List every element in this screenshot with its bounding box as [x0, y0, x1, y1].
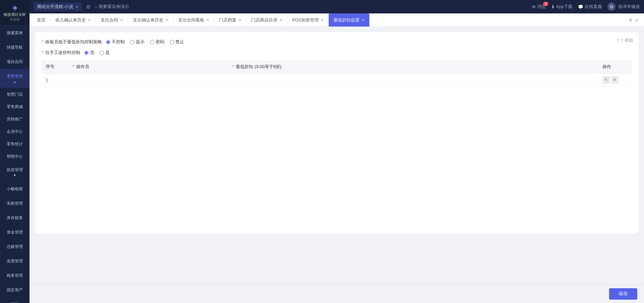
sidebar-item-retail-mall[interactable]: 零售商城 — [0, 100, 30, 113]
tabbar-end: ✕ ⤢ — [626, 17, 641, 23]
col-seq: 序号 — [42, 60, 68, 73]
sidebar-item-project[interactable]: 项目合同 — [0, 54, 30, 69]
tab-store-file[interactable]: 门店档案 ✕ — [214, 13, 247, 27]
tab-store-catalog-close[interactable]: ✕ — [279, 18, 282, 22]
field1-radio-group: 不控制 提示 密码 禁止 — [106, 39, 184, 45]
sidebar-item-member[interactable]: 会员中心 — [0, 125, 30, 138]
field1-option-no-control[interactable]: 不控制 — [106, 39, 125, 45]
topbar-left: 测试分开流程-小况 ▼ ⚙ ○ 我要看实例演示 — [34, 2, 527, 11]
download-icon: ⬇ — [551, 4, 555, 9]
tab-store-catalog[interactable]: 门店商品目录 ✕ — [247, 13, 287, 27]
tab-payment-board-close[interactable]: ✕ — [206, 18, 209, 22]
tab-payment-confirm-close[interactable]: ✕ — [165, 18, 168, 22]
cell-operator-1 — [68, 73, 228, 87]
sidebar-item-search[interactable]: 搜索菜单 — [0, 26, 30, 40]
tabbar: 首页 收入确认单历史 ✕ 支出合同 ✕ 支出确认单历史 ✕ 支出合同看板 ✕ 门… — [30, 13, 644, 27]
online-service-button[interactable]: 💬 在线客服 — [578, 4, 602, 10]
service-icon: 💬 — [578, 4, 583, 9]
field2-option-yes[interactable]: 是 — [100, 50, 110, 56]
help-icon: ? — [616, 38, 619, 43]
form-row-discount-strategy: * 收银员低于最低折扣控制策略 不控制 提示 密码 — [42, 39, 632, 45]
sidebar-item-invoice[interactable]: 发票管理 — [0, 254, 30, 268]
form-row-manual-price: * 仅手工改价时控制 否 是 — [42, 50, 632, 56]
sidebar-item-purchase[interactable]: 采购管理 — [0, 196, 30, 210]
wholesale-expand-icon: ▼ — [13, 173, 16, 177]
row-actions: ✎ ✕ — [602, 76, 628, 84]
field2-radio-group: 否 是 — [84, 50, 110, 56]
table-row: 1 ✎ ✕ — [42, 73, 632, 87]
main-area: 测试分开流程-小况 ▼ ⚙ ○ 我要看实例演示 ✉ 消息 8 ⬇ App下载 � — [30, 0, 644, 303]
sidebar-item-ecommerce[interactable]: 小畅电商 — [0, 182, 30, 196]
sidebar-item-smart-store[interactable]: 智慧门店 — [0, 88, 30, 100]
col-actions: 操作 — [598, 60, 632, 73]
user-menu-button[interactable]: 徐 徐泽华修改 — [607, 3, 640, 11]
sidebar-item-capital[interactable]: 资金管理 — [0, 225, 30, 239]
tab-payment-board[interactable]: 支出合同看板 ✕ — [173, 13, 214, 27]
topbar-settings-button[interactable]: ⚙ — [85, 2, 92, 11]
tab-pos-password-close[interactable]: ✕ — [321, 18, 324, 22]
tab-min-discount[interactable]: 最低折扣设置 ✕ — [329, 13, 370, 27]
tab-payment-contract[interactable]: 支出合同 ✕ — [96, 13, 128, 27]
sidebar-item-fixed-assets[interactable]: 固定资产 — [0, 283, 30, 297]
cell-min-discount-1 — [228, 73, 598, 87]
topbar-settings-icon: ⚙ — [86, 4, 91, 10]
delete-row-button[interactable]: ✕ — [611, 76, 619, 84]
sidebar-item-shortcut[interactable]: 快捷导航 — [0, 40, 30, 54]
save-button[interactable]: 保存 — [609, 288, 637, 300]
content-card: ? ? 帮助 * 收银员低于最低折扣控制策略 不控制 提示 — [35, 32, 639, 234]
discount-table: 序号 * 操作员 * 最低折扣 (9.00等于9折) 操作 — [42, 60, 632, 87]
table-container: 序号 * 操作员 * 最低折扣 (9.00等于9折) 操作 — [42, 60, 632, 87]
app-download-button[interactable]: ⬇ App下载 — [551, 4, 573, 10]
sidebar: ◈ 畅捷通好业财 专业版 搜索菜单 快捷导航 项目合同 零售管理 ▲ 智慧门店 … — [0, 0, 30, 303]
logo-text-line2: 专业版 — [0, 17, 30, 22]
tab-income-confirm-close[interactable]: ✕ — [88, 18, 91, 22]
demo-circle-icon: ○ — [95, 4, 97, 9]
app-logo[interactable]: ◈ 畅捷通好业财 专业版 — [0, 0, 30, 26]
tab-income-confirm[interactable]: 收入确认单历史 ✕ — [51, 13, 96, 27]
logo-text-line1: 畅捷通好业财 — [0, 12, 30, 17]
project-selector[interactable]: 测试分开流程-小况 ▼ — [34, 2, 82, 11]
sidebar-item-marketing[interactable]: 营销推广 — [0, 113, 30, 125]
field2-option-no[interactable]: 否 — [84, 50, 94, 56]
table-header: 序号 * 操作员 * 最低折扣 (9.00等于9折) 操作 — [42, 60, 632, 73]
sidebar-item-retail-stat[interactable]: 零售统计 — [0, 138, 30, 150]
tab-pos-password[interactable]: POS加密管理 ✕ — [287, 13, 329, 27]
sidebar-item-salary[interactable]: 工资 — [0, 297, 30, 303]
field1-option-forbid[interactable]: 禁止 — [170, 39, 184, 45]
bottom-bar: 保存 — [30, 284, 644, 303]
tab-payment-contract-close[interactable]: ✕ — [120, 18, 123, 22]
sidebar-item-inventory[interactable]: 库存核算 — [0, 210, 30, 225]
sidebar-item-tax[interactable]: 税务管理 — [0, 268, 30, 283]
demo-link[interactable]: ○ 我要看实例演示 — [95, 4, 129, 10]
tab-store-file-close[interactable]: ✕ — [238, 18, 241, 22]
edit-row-button[interactable]: ✎ — [602, 76, 610, 84]
col-operator: * 操作员 — [68, 60, 228, 73]
cell-seq-1: 1 — [42, 73, 68, 87]
sidebar-item-retail[interactable]: 零售管理 ▲ — [0, 69, 30, 88]
content-area: ? ? 帮助 * 收银员低于最低折扣控制策略 不控制 提示 — [30, 27, 644, 284]
project-name: 测试分开流程-小况 — [37, 4, 73, 10]
field2-label: * 仅手工改价时控制 — [42, 50, 80, 56]
field1-option-password[interactable]: 密码 — [150, 39, 164, 45]
sidebar-item-ledger[interactable]: 总账管理 — [0, 239, 30, 254]
field1-option-hint[interactable]: 提示 — [130, 39, 145, 45]
user-avatar: 徐 — [607, 3, 615, 11]
tab-payment-confirm[interactable]: 支出确认单历史 ✕ — [128, 13, 173, 27]
tab-close-all-button[interactable]: ✕ — [629, 17, 633, 23]
project-chevron-icon: ▼ — [75, 5, 78, 9]
sidebar-item-help-center[interactable]: 帮助中心 — [0, 150, 30, 162]
tab-expand-button[interactable]: ⤢ — [635, 17, 639, 23]
col-min-discount: * 最低折扣 (9.00等于9折) — [228, 60, 598, 73]
help-button[interactable]: ? ? 帮助 — [616, 38, 633, 44]
topbar-right: ✉ 消息 8 ⬇ App下载 💬 在线客服 徐 徐泽华修改 — [532, 3, 640, 11]
message-badge: 8 — [543, 2, 548, 6]
sidebar-item-wholesale[interactable]: 批发管理 ▼ — [0, 162, 30, 182]
table-body: 1 ✎ ✕ — [42, 73, 632, 87]
field1-label: * 收银员低于最低折扣控制策略 — [42, 39, 102, 45]
tab-home[interactable]: 首页 — [32, 13, 51, 27]
message-icon: ✉ — [532, 4, 536, 9]
tab-min-discount-close[interactable]: ✕ — [362, 18, 365, 22]
message-button[interactable]: ✉ 消息 8 — [532, 4, 546, 10]
logo-icon: ◈ — [0, 3, 30, 11]
cell-actions-1: ✎ ✕ — [598, 73, 632, 87]
